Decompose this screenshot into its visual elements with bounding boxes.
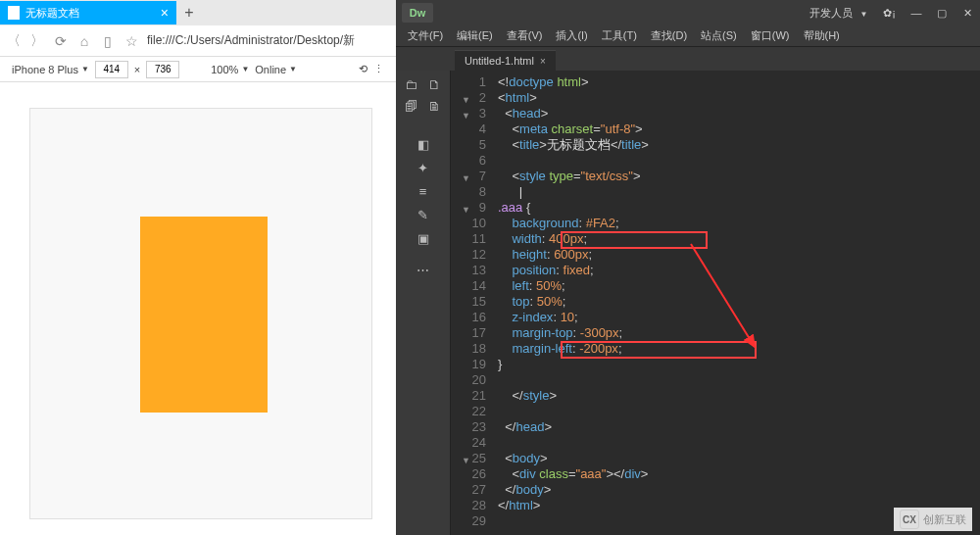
menu-edit[interactable]: 编辑(E) bbox=[451, 26, 499, 45]
annotation-box-width bbox=[561, 231, 708, 249]
maximize-button[interactable]: ▢ bbox=[929, 3, 955, 23]
browser-panel: 无标题文档 × + 〈 〉 ⟳ ⌂ ▯ ☆ file:///C:/Users/A… bbox=[0, 0, 396, 535]
dw-titlebar: Dw 开发人员 ▼ ✿¡ — ▢ ✕ bbox=[396, 0, 980, 25]
device-toolbar: iPhone 8 Plus ▼ × 100% ▼ Online ▼ ⟲ ⋮ bbox=[0, 57, 396, 82]
annotation-box-margin-left bbox=[561, 341, 757, 359]
height-input[interactable] bbox=[146, 61, 179, 78]
watermark-text: 创新互联 bbox=[923, 512, 966, 527]
device-select[interactable]: iPhone 8 Plus ▼ bbox=[12, 64, 89, 75]
menu-insert[interactable]: 插入(I) bbox=[550, 26, 593, 45]
zoom-select[interactable]: 100% ▼ bbox=[211, 64, 249, 75]
workspace-select[interactable]: 开发人员 ▼ bbox=[802, 6, 875, 21]
snippets-icon[interactable]: 🗐 bbox=[402, 96, 421, 116]
code-content[interactable]: <!doctype html><html> <head> <meta chars… bbox=[494, 71, 980, 535]
width-input[interactable] bbox=[95, 61, 128, 78]
workspace-label: 开发人员 bbox=[809, 7, 853, 19]
sync-icon[interactable]: ✿¡ bbox=[875, 7, 904, 20]
menu-view[interactable]: 查看(V) bbox=[501, 26, 549, 45]
dw-body: 🗀 🗋 🗐 🗎 ◧ ✦ ≡ ✎ ▣ ⋯ 12▼3▼4567▼89▼1011121… bbox=[396, 71, 980, 535]
watermark: CX 创新互联 bbox=[894, 508, 972, 531]
tool-icon[interactable]: ◧ bbox=[413, 133, 434, 155]
dreamweaver-window: Dw 开发人员 ▼ ✿¡ — ▢ ✕ 文件(F) 编辑(E) 查看(V) 插入(… bbox=[396, 0, 980, 535]
preview-element-aaa bbox=[140, 217, 268, 413]
menu-file[interactable]: 文件(F) bbox=[402, 26, 449, 45]
url-field[interactable]: file:///C:/Users/Administrator/Desktop/新 bbox=[147, 32, 390, 49]
menu-help[interactable]: 帮助(H) bbox=[798, 26, 846, 45]
close-icon[interactable]: × bbox=[161, 5, 169, 21]
chevron-down-icon: ▼ bbox=[289, 65, 297, 73]
network-label: Online bbox=[255, 64, 286, 75]
star-icon[interactable]: ☆ bbox=[123, 33, 139, 49]
close-button[interactable]: ✕ bbox=[955, 3, 980, 23]
assets-icon[interactable]: 🗋 bbox=[425, 74, 445, 94]
files-icon[interactable]: 🗀 bbox=[402, 74, 421, 94]
new-tab-button[interactable]: + bbox=[176, 0, 202, 25]
chevron-down-icon: ▼ bbox=[81, 65, 89, 73]
reload-icon[interactable]: ⟳ bbox=[53, 33, 69, 49]
paint-icon[interactable]: ✎ bbox=[413, 204, 434, 225]
wand-icon[interactable]: ✦ bbox=[413, 157, 434, 178]
dw-document-tabs: Untitled-1.html × bbox=[396, 47, 980, 71]
more-icon[interactable]: ⋮ bbox=[373, 63, 384, 75]
document-icon bbox=[8, 6, 20, 20]
more-icon[interactable]: ⋯ bbox=[413, 259, 434, 280]
chevron-down-icon: ▼ bbox=[241, 65, 249, 73]
menu-site[interactable]: 站点(S) bbox=[695, 26, 743, 45]
forward-icon[interactable]: 〉 bbox=[29, 33, 45, 49]
watermark-logo-icon: CX bbox=[900, 510, 919, 529]
dw-toolbar: 🗀 🗋 🗐 🗎 ◧ ✦ ≡ ✎ ▣ ⋯ bbox=[396, 71, 451, 535]
browser-tab-title: 无标题文档 bbox=[25, 6, 79, 21]
indent-icon[interactable]: ≡ bbox=[413, 180, 434, 202]
zoom-label: 100% bbox=[211, 64, 238, 75]
code-editor[interactable]: 12▼3▼4567▼89▼101112131415161718192021222… bbox=[451, 71, 980, 535]
chevron-down-icon: ▼ bbox=[859, 10, 867, 19]
dom-icon[interactable]: 🗎 bbox=[425, 96, 445, 116]
menu-find[interactable]: 查找(D) bbox=[645, 26, 693, 45]
address-bar: 〈 〉 ⟳ ⌂ ▯ ☆ file:///C:/Users/Administrat… bbox=[0, 25, 396, 57]
dw-logo-icon: Dw bbox=[402, 3, 433, 23]
line-gutter: 12▼3▼4567▼89▼101112131415161718192021222… bbox=[451, 71, 494, 535]
menu-tools[interactable]: 工具(T) bbox=[596, 26, 643, 45]
rotate-icon[interactable]: ⟲ bbox=[359, 63, 368, 75]
back-icon[interactable]: 〈 bbox=[6, 33, 22, 49]
network-select[interactable]: Online ▼ bbox=[255, 64, 297, 75]
device-label: iPhone 8 Plus bbox=[12, 64, 78, 75]
reader-icon[interactable]: ▯ bbox=[100, 33, 116, 49]
browser-tab-bar: 无标题文档 × + bbox=[0, 0, 396, 25]
dw-document-tab[interactable]: Untitled-1.html × bbox=[455, 50, 556, 71]
minimize-button[interactable]: — bbox=[904, 3, 929, 23]
dw-tab-label: Untitled-1.html bbox=[465, 55, 534, 67]
home-icon[interactable]: ⌂ bbox=[76, 33, 92, 49]
dimension-separator: × bbox=[134, 64, 140, 75]
dw-menubar: 文件(F) 编辑(E) 查看(V) 插入(I) 工具(T) 查找(D) 站点(S… bbox=[396, 25, 980, 47]
preview-canvas bbox=[29, 108, 372, 519]
browser-tab[interactable]: 无标题文档 × bbox=[0, 1, 176, 24]
menu-window[interactable]: 窗口(W) bbox=[745, 26, 796, 45]
close-icon[interactable]: × bbox=[540, 56, 546, 67]
collapse-icon[interactable]: ▣ bbox=[413, 227, 434, 249]
